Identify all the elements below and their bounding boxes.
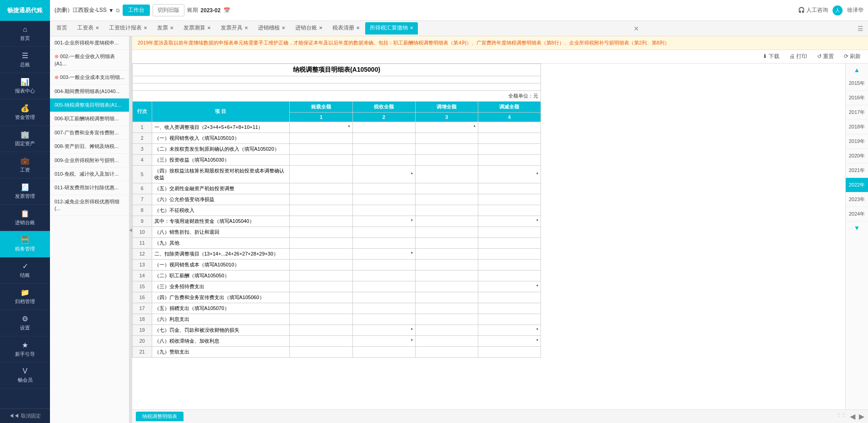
tab-income-tax-close[interactable]: ✕ — [410, 25, 413, 30]
sidebar-item-ledger[interactable]: ☰ 总账 — [0, 47, 50, 73]
col-header-c1: 账载全额 — [290, 101, 352, 112]
left-item-008[interactable]: 008-资产折旧、摊销及纳税... — [50, 140, 129, 153]
sheet-unit: 全额单位：元 — [133, 90, 541, 101]
left-item-003[interactable]: ⊗ 003-一般企业成本支出明细... — [50, 71, 129, 84]
table-row: 13 （一）视同销售成本（填写A105010） — [133, 259, 541, 270]
company-selector[interactable]: (勿删）江西股金-LSS ▼ ⧉ — [55, 6, 120, 14]
sidebar-item-fund[interactable]: 💰 资金管理 — [0, 99, 50, 126]
switch-old-button[interactable]: 切到旧版 — [153, 4, 184, 16]
year-nav-down[interactable]: ▼ — [846, 221, 868, 234]
user-avatar[interactable]: 人 — [833, 5, 843, 15]
year-2021[interactable]: 2021年 — [846, 163, 868, 178]
sheet-wrapper: 纳税调整项目明细表(A105000) — [132, 64, 868, 410]
sidebar-item-purchase[interactable]: 📋 进销台账 — [0, 205, 50, 231]
sidebar-item-tax[interactable]: 🧮 税务管理 — [0, 231, 50, 257]
left-item-011[interactable]: 011-研发费用加计扣除优惠... — [50, 181, 129, 195]
tab-invoice-open[interactable]: 发票开具 ✕ — [216, 22, 253, 34]
print-button[interactable]: 🖨 打印 — [787, 52, 810, 61]
year-2019[interactable]: 2019年 — [846, 134, 868, 149]
year-nav-up[interactable]: ▲ — [846, 64, 868, 76]
sidebar-item-home[interactable]: ⌂ 首页 — [0, 21, 50, 47]
refresh-button[interactable]: ⟳ 刷新 — [841, 52, 863, 61]
sheet-title: 纳税调整项目明细表(A105000) — [133, 64, 541, 76]
year-2016[interactable]: 2016年 — [846, 91, 868, 105]
tab-home[interactable]: 首页 — [52, 22, 72, 34]
user-name[interactable]: 徐泽华 — [847, 6, 863, 14]
sheet-bottom-tab[interactable]: 纳税调整明细表 — [136, 412, 184, 421]
tab-invoice-close[interactable]: ✕ — [170, 25, 174, 30]
sidebar-item-salary[interactable]: 💼 工资 — [0, 152, 50, 178]
settle-icon: ✓ — [22, 262, 28, 271]
tab-tax-list-close[interactable]: ✕ — [356, 25, 360, 30]
year-2022[interactable]: 2022年 — [846, 178, 868, 192]
tab-purchase-check[interactable]: 进销稽核 ✕ — [253, 22, 290, 34]
sidebar-unpin[interactable]: ◀◀ 取消固定 — [0, 408, 50, 423]
table-row: 11 （九）其他 — [133, 237, 541, 248]
tab-invoice-calc-close[interactable]: ✕ — [207, 25, 211, 30]
tab-salary-report[interactable]: 工资统计报表 ✕ — [104, 22, 152, 34]
download-icon: ⬇ — [763, 53, 767, 59]
tab-purchase-check-close[interactable]: ✕ — [282, 25, 285, 30]
year-2020[interactable]: 2020年 — [846, 149, 868, 163]
left-item-010[interactable]: 010-免税、减计收入及加计... — [50, 167, 129, 181]
left-item-007[interactable]: 007-广告费和业务宣传费附... — [50, 126, 129, 140]
sidebar: 畅捷通易代账 ⌂ 首页 ☰ 总账 📊 报表中心 💰 资金管理 🏢 固定资产 💼 … — [0, 0, 50, 423]
download-button[interactable]: ⬇ 下载 — [760, 52, 782, 61]
period-value: 2023-02 — [201, 7, 221, 14]
tab-invoice-calc[interactable]: 发票测算 ✕ — [179, 22, 215, 34]
nav-right[interactable]: ▶ — [859, 412, 864, 421]
dropdown-icon: ▼ — [109, 7, 114, 14]
tab-tax-list[interactable]: 税表清册 ✕ — [328, 22, 364, 34]
copy-icon[interactable]: ⧉ — [116, 7, 120, 14]
reset-button[interactable]: ↺ 重置 — [814, 52, 837, 61]
sidebar-item-archive[interactable]: 📁 归档管理 — [0, 284, 50, 310]
table-row: 4 （三）投资收益（填写A105030） — [133, 154, 541, 165]
sheet-main[interactable]: 纳税调整项目明细表(A105000) — [132, 64, 845, 410]
workbench-button[interactable]: 工作台 — [123, 5, 150, 16]
sidebar-item-member[interactable]: V 畅会员 — [0, 363, 50, 389]
table-row: 19 （七）罚金、罚款和被没收财物的损失 * * — [133, 325, 541, 335]
tab-purchase-ledger[interactable]: 进销台账 ✕ — [291, 22, 327, 34]
left-item-002[interactable]: ⊗ 002-一般企业收入明细表(A1... — [50, 50, 129, 71]
tabbar-more[interactable]: ☰ — [855, 25, 866, 32]
left-item-012[interactable]: 012-减免企业所得税优惠明细(... — [50, 195, 129, 216]
left-item-005[interactable]: 005-纳税调整项目明细表(A1... — [50, 98, 129, 112]
year-2018[interactable]: 2018年 — [846, 120, 868, 134]
tab-salary[interactable]: 工资表 ✕ — [73, 22, 104, 34]
left-item-001[interactable]: 001-企业所得税年度纳税申... — [50, 36, 129, 50]
sidebar-item-invoice[interactable]: 🧾 发票管理 — [0, 178, 50, 205]
tab-salary-report-close[interactable]: ✕ — [144, 25, 147, 30]
sidebar-item-settle[interactable]: ✓ 结账 — [0, 257, 50, 284]
table-row: 14 （二）职工薪酬（填写A105050） — [133, 270, 541, 281]
tab-salary-close[interactable]: ✕ — [95, 25, 99, 30]
sidebar-item-report[interactable]: 📊 报表中心 — [0, 73, 50, 99]
tab-purchase-ledger-close[interactable]: ✕ — [319, 25, 322, 30]
sheet-toolbar: ⬇ 下载 🖨 打印 ↺ 重置 ⟳ 刷新 — [132, 50, 868, 64]
table-row: 1 一、收入类调整项目（2+3+4+5+6+7+8+10+11） * * — [133, 122, 541, 133]
col-num-4: 4 — [478, 112, 541, 122]
nav-left[interactable]: ◀ — [850, 412, 855, 421]
warning-bar: 2019年度涉及取以前年度继续数据的申报表单元格需要手工维护正确，才能保证本年及… — [132, 36, 868, 50]
tab-invoice[interactable]: 发票 ✕ — [153, 22, 178, 34]
sidebar-item-assets[interactable]: 🏢 固定资产 — [0, 126, 50, 152]
sidebar-item-guide[interactable]: ★ 新手引导 — [0, 336, 50, 363]
left-item-004[interactable]: 004-期间费用明细表(A1040... — [50, 85, 129, 98]
table-row: 3 （二）未按权责发生制原则确认的收入（填写A105020） — [133, 143, 541, 154]
year-2017[interactable]: 2017年 — [846, 105, 868, 120]
tab-invoice-open-close[interactable]: ✕ — [244, 25, 248, 30]
left-item-006[interactable]: 006-职工薪酬纳税调整明细... — [50, 112, 129, 126]
year-2015[interactable]: 2015年 — [846, 76, 868, 91]
year-2023[interactable]: 2023年 — [846, 192, 868, 207]
table-row: 6 （五）交易性金融资产初始投资调整 — [133, 183, 541, 194]
year-2024[interactable]: 2024年 — [846, 207, 868, 221]
col-num-1: 1 — [290, 112, 352, 122]
tabbar-close-all[interactable]: ✕ — [631, 25, 642, 32]
table-row: 10 （八）销售折扣、折让和退回 — [133, 226, 541, 237]
tax-icon: 🧮 — [20, 236, 30, 244]
tab-income-tax[interactable]: 所得税汇算缴纳 ✕ — [365, 22, 418, 34]
service-btn[interactable]: 🎧 人工咨询 — [798, 6, 828, 14]
left-item-009[interactable]: 009-企业所得税附补亏损明... — [50, 154, 129, 167]
report-icon: 📊 — [20, 78, 30, 86]
sidebar-item-settings[interactable]: ⚙ 设置 — [0, 310, 50, 336]
calendar-icon[interactable]: 📅 — [223, 7, 230, 14]
